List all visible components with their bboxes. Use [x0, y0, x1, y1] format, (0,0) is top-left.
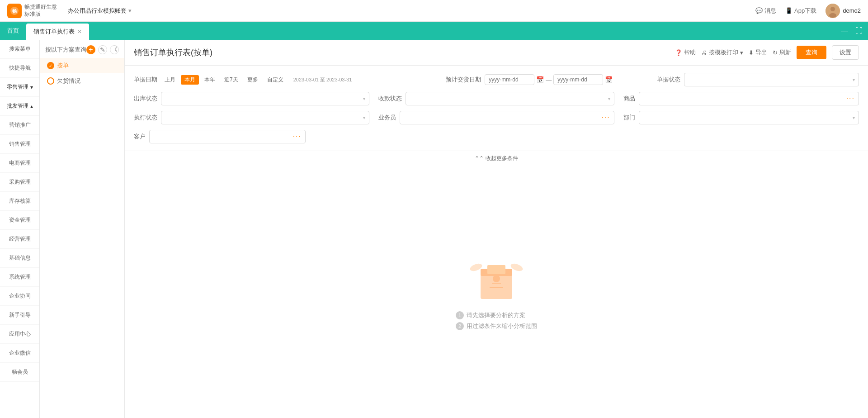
sidebar: 搜索菜单 快捷导航 零售管理 ▾ 批发管理 ▴ 营销推广 销售管理 电商管理 采… [0, 40, 40, 418]
tab-sales-order[interactable]: 销售订单执行表 ✕ [26, 24, 89, 40]
receipt-status-select[interactable]: ▾ [406, 92, 614, 105]
customer-more-icon: ··· [293, 133, 302, 141]
execution-status-select[interactable]: ▾ [161, 111, 369, 124]
left-panel: 按以下方案查询 + ✎ 《 ✓ 按单 [40, 40, 125, 418]
sidebar-item-basic-info[interactable]: 基础信息 [0, 249, 39, 268]
salesperson-more-icon: ··· [601, 114, 610, 122]
delivery-status-select[interactable]: ▾ [161, 92, 369, 105]
tab-close-icon[interactable]: ✕ [77, 28, 82, 35]
filter-option-follow-order[interactable]: ✓ 按单 [40, 58, 124, 73]
collapse-bar[interactable]: ⌃⌃ 收起更多条件 [125, 151, 868, 166]
breadcrumb: 办公用品行业模拟账套 ▾ [68, 7, 132, 15]
user-area[interactable]: demo2 [826, 4, 861, 18]
sidebar-item-quick-nav[interactable]: 快捷导航 [0, 59, 39, 78]
edit-filter-button[interactable]: ✎ [98, 45, 107, 54]
filter-customer-item: 客户 ··· [134, 130, 306, 143]
sidebar-item-operations[interactable]: 经营管理 [0, 230, 39, 249]
date-tabs: 上月 本月 本年 近7天 更多 自定义 [161, 75, 287, 85]
order-status-select[interactable]: ▾ [684, 73, 859, 86]
date-tab-last-month[interactable]: 上月 [161, 75, 179, 85]
page-actions: ❓ 帮助 🖨 按模板打印 ▾ ⬇ 导出 ↻ [675, 45, 859, 60]
export-icon: ⬇ [749, 49, 754, 56]
expected-delivery-end[interactable] [553, 74, 603, 85]
sidebar-item-wholesale[interactable]: 批发管理 ▴ [0, 97, 39, 116]
filter-execution-status-item: 执行状态 ▾ [134, 111, 369, 124]
print-dropdown-icon: ▾ [740, 49, 743, 56]
sidebar-item-app-center[interactable]: 应用中心 [0, 325, 39, 344]
page-title: 销售订单执行表(按单) [134, 47, 212, 58]
sidebar-item-marketing[interactable]: 营销推广 [0, 116, 39, 135]
customer-select[interactable]: ··· [149, 130, 306, 143]
logo-area: 畅 畅捷通好生意 标准版 [7, 4, 57, 18]
header-left: 畅 畅捷通好生意 标准版 办公用品行业模拟账套 ▾ [7, 4, 132, 18]
goods-select[interactable]: ··· [639, 92, 859, 105]
app-download-button[interactable]: 📱 App下载 [785, 7, 816, 15]
tab-home[interactable]: 首页 [0, 22, 26, 40]
filter-salesperson-item: 业务员 ··· [378, 111, 614, 124]
collapse-up-icon: ⌃⌃ [475, 155, 485, 162]
filter-row-1: 单据日期 上月 本月 本年 近7天 更多 自定义 2023-03-01 至 20… [134, 73, 859, 86]
help-button[interactable]: ❓ 帮助 [675, 48, 696, 57]
left-panel-header: 按以下方案查询 + ✎ 《 [40, 45, 124, 58]
export-button[interactable]: ⬇ 导出 [749, 48, 767, 57]
delivery-status-label: 出库状态 [134, 95, 157, 103]
empty-text: 1 请先选择要分析的方案 2 用过滤条件来缩小分析范围 [456, 311, 537, 333]
sidebar-item-member[interactable]: 畅会员 [0, 363, 39, 382]
sidebar-item-wechat[interactable]: 企业微信 [0, 344, 39, 363]
empty-hint-2: 2 用过滤条件来缩小分析范围 [456, 322, 537, 330]
sidebar-item-ecommerce[interactable]: 电商管理 [0, 154, 39, 173]
logo-text: 畅捷通好生意 标准版 [24, 4, 57, 18]
query-button[interactable]: 查询 [797, 46, 826, 59]
salesperson-select[interactable]: ··· [400, 111, 614, 124]
filter-expected-delivery-item: 预计交货日期 📅 — 📅 [446, 74, 648, 85]
salesperson-label: 业务员 [378, 114, 396, 122]
collapse-panel-button[interactable]: 《 [110, 45, 119, 54]
execution-status-label: 执行状态 [134, 114, 157, 122]
expected-delivery-start[interactable] [485, 74, 534, 85]
filter-option-owe-goods[interactable]: 欠货情况 [40, 73, 124, 89]
filter-delivery-status-item: 出库状态 ▾ [134, 92, 369, 105]
breadcrumb-arrow-icon[interactable]: ▾ [128, 7, 132, 14]
sidebar-item-search-menu[interactable]: 搜索菜单 [0, 40, 39, 59]
print-icon: 🖨 [701, 49, 707, 56]
order-status-arrow-icon: ▾ [853, 77, 855, 82]
collapse-icon: 《 [111, 46, 118, 54]
user-name: demo2 [843, 7, 861, 14]
refresh-icon: ↻ [773, 49, 778, 56]
execution-arrow-icon: ▾ [363, 115, 365, 120]
cal-end-icon[interactable]: 📅 [605, 76, 613, 83]
settings-button[interactable]: 设置 [832, 45, 859, 60]
tab-minimize-icon[interactable]: — [839, 25, 850, 37]
sidebar-item-sales-mgmt[interactable]: 销售管理 [0, 135, 39, 154]
hint-num-2: 2 [456, 322, 464, 330]
left-panel-title: 按以下方案查询 [45, 46, 86, 54]
sidebar-item-guide[interactable]: 新手引导 [0, 306, 39, 325]
cal-start-icon[interactable]: 📅 [536, 76, 544, 83]
hint-num-1: 1 [456, 311, 464, 319]
tab-bar: 首页 销售订单执行表 ✕ — ⛶ [0, 22, 868, 40]
header-right: 💬 消息 📱 App下载 demo2 [755, 4, 861, 18]
sidebar-item-enterprise[interactable]: 企业协同 [0, 287, 39, 306]
filter-date-item: 单据日期 上月 本月 本年 近7天 更多 自定义 2023-03-01 至 20… [134, 75, 437, 85]
date-tab-custom[interactable]: 自定义 [264, 75, 287, 85]
message-button[interactable]: 💬 消息 [755, 7, 776, 15]
template-print-button[interactable]: 🖨 按模板打印 ▾ [701, 48, 743, 57]
add-filter-button[interactable]: + [86, 45, 95, 54]
svg-point-3 [830, 7, 835, 11]
date-tab-this-month[interactable]: 本月 [181, 75, 199, 85]
sidebar-item-inventory[interactable]: 库存核算 [0, 192, 39, 211]
refresh-button[interactable]: ↻ 刷新 [773, 48, 791, 57]
department-select[interactable]: ▾ [639, 111, 859, 124]
tab-fullscreen-icon[interactable]: ⛶ [854, 25, 864, 37]
main-content: 销售订单执行表(按单) ❓ 帮助 🖨 按模板打印 ▾ ⬇ [125, 40, 868, 418]
sidebar-item-purchase[interactable]: 采购管理 [0, 173, 39, 192]
filter-row-4: 客户 ··· [134, 130, 859, 143]
department-label: 部门 [623, 114, 635, 122]
date-tab-last7[interactable]: 近7天 [221, 75, 242, 85]
sidebar-item-finance[interactable]: 资金管理 [0, 211, 39, 230]
sidebar-item-retail[interactable]: 零售管理 ▾ [0, 78, 39, 97]
sidebar-item-system[interactable]: 系统管理 [0, 268, 39, 287]
date-tab-this-year[interactable]: 本年 [201, 75, 219, 85]
retail-arrow-icon: ▾ [30, 84, 33, 90]
date-tab-more[interactable]: 更多 [244, 75, 262, 85]
